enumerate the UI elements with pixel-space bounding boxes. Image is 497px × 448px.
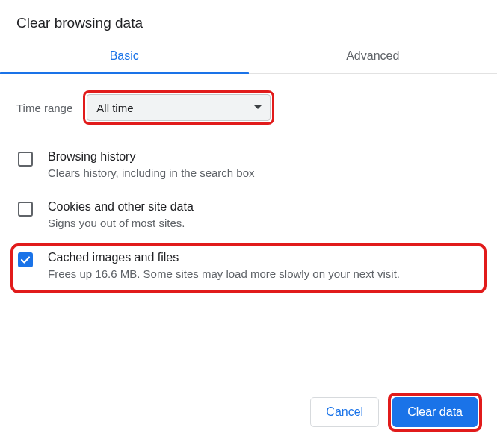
time-range-row: Time range All time bbox=[16, 90, 481, 125]
option-desc: Signs you out of most sites. bbox=[48, 216, 479, 231]
tab-basic[interactable]: Basic bbox=[0, 40, 249, 73]
tab-advanced[interactable]: Advanced bbox=[249, 40, 498, 73]
option-cookies: Cookies and other site data Signs you ou… bbox=[16, 194, 481, 244]
option-title: Cookies and other site data bbox=[48, 200, 479, 214]
highlight-time-range: All time bbox=[83, 90, 274, 125]
option-browsing-history: Browsing history Clears history, includi… bbox=[16, 144, 481, 194]
highlight-clear-data: Clear data bbox=[388, 393, 482, 432]
option-title: Browsing history bbox=[48, 150, 479, 164]
time-range-select[interactable]: All time bbox=[87, 94, 271, 121]
checkbox-browsing-history[interactable] bbox=[18, 152, 33, 167]
checkbox-cookies[interactable] bbox=[18, 202, 33, 217]
option-text: Cached images and files Frees up 16.6 MB… bbox=[48, 251, 479, 281]
option-text: Browsing history Clears history, includi… bbox=[48, 150, 479, 181]
dialog-title: Clear browsing data bbox=[0, 0, 497, 40]
dialog-footer: Cancel Clear data bbox=[310, 393, 482, 432]
clear-data-button[interactable]: Clear data bbox=[392, 397, 478, 427]
option-text: Cookies and other site data Signs you ou… bbox=[48, 200, 479, 231]
dialog-body: Time range All time Browsing history Cle… bbox=[0, 74, 497, 295]
time-range-label: Time range bbox=[16, 102, 72, 114]
clear-browsing-data-dialog: Clear browsing data Basic Advanced Time … bbox=[0, 0, 497, 448]
time-range-value: All time bbox=[96, 102, 133, 114]
cancel-button[interactable]: Cancel bbox=[310, 397, 379, 427]
option-desc: Clears history, including in the search … bbox=[48, 166, 479, 181]
tabs: Basic Advanced bbox=[0, 40, 497, 74]
option-cached-images: Cached images and files Frees up 16.6 MB… bbox=[16, 245, 481, 295]
option-title: Cached images and files bbox=[48, 251, 479, 264]
checkbox-cached-images[interactable] bbox=[18, 252, 33, 267]
option-desc: Frees up 16.6 MB. Some sites may load mo… bbox=[48, 267, 479, 281]
dropdown-icon bbox=[253, 105, 262, 111]
